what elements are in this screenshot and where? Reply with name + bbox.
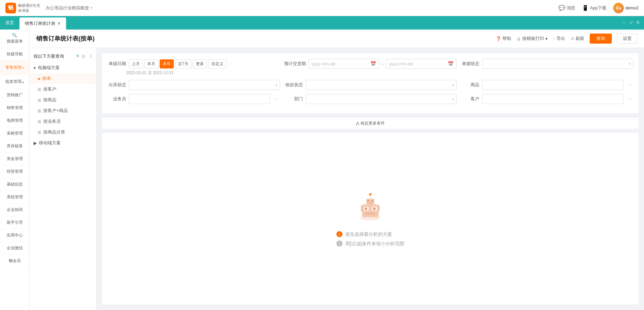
scheme-item-by-product[interactable]: ⊞ 按商品 (30, 95, 96, 105)
scheme-by-salesperson-label: 按业务员 (43, 118, 61, 124)
app-download-button[interactable]: 📱 App下载 (582, 5, 606, 11)
search-label: 搜索菜单 (7, 39, 23, 44)
scheme-item-by-order[interactable]: ● 按单 (30, 73, 96, 84)
tab-close-icon[interactable]: ✕ (57, 21, 61, 26)
scheme-item-by-product-category[interactable]: ⊞ 按商品分类 (30, 127, 96, 138)
print-icon: 🖨 (517, 36, 521, 41)
filter-row-2: 出库状态 ▾ 收款状态 ▾ (107, 80, 633, 90)
header-right: 💬 消息 📱 App下载 Ea demo2 (558, 3, 639, 13)
salesperson-dots-icon[interactable]: ··· (273, 96, 280, 102)
customer-input[interactable] (482, 94, 623, 104)
tab-home[interactable]: 首页 (0, 16, 19, 30)
svg-point-11 (371, 200, 373, 202)
sidebar-app-center-label: 应用中心 (7, 232, 23, 238)
refresh-icon: ↺ (571, 36, 574, 41)
pc-section-label: 电脑端方案 (38, 65, 60, 71)
content-area: 销售订单统计表(按单) ❓ 帮助 🖨 按模板打印 ▾ ↑ 导出 ↺ 刷新 (30, 30, 644, 310)
message-button[interactable]: 💬 消息 (558, 5, 575, 11)
page-actions: ❓ 帮助 🖨 按模板打印 ▾ ↑ 导出 ↺ 刷新 查询 设置 (496, 34, 638, 48)
delivery-start-input[interactable]: yyyy-mm-dd 📅 (309, 59, 379, 69)
inner-layout: 按以下方案查询 + ⊙ 《 ▾ 电脑端方案 ● 按单 (30, 48, 644, 310)
date-range-display: 2023-01-01 至 2023-12-31 (126, 70, 633, 76)
sidebar-item-marketing[interactable]: 营销推广 (0, 89, 29, 102)
date-btn-this-year[interactable]: 本年 (160, 59, 174, 68)
svg-point-14 (369, 193, 372, 196)
refresh-label: 刷新 (576, 36, 584, 42)
sidebar-item-inventory[interactable]: 库存核算 (0, 140, 29, 153)
scheme-by-order-label: 按单 (42, 75, 51, 82)
scheme-by-salesperson-icon: ⊞ (38, 119, 41, 124)
sidebar-item-purchase-mgmt[interactable]: 采购管理 (0, 127, 29, 140)
scheme-by-order-icon: ● (38, 76, 40, 81)
scheme-settings-button[interactable]: ⊙ (82, 54, 86, 59)
pc-section-header[interactable]: ▾ 电脑端方案 (30, 62, 96, 73)
query-button[interactable]: 查询 (590, 34, 612, 44)
customer-dots-icon[interactable]: ··· (626, 96, 633, 102)
filter-cell-doc-status: 单据状态 ▾ (461, 59, 633, 69)
date-btn-this-month[interactable]: 本月 (144, 59, 158, 68)
sidebar-item-new-user-guide[interactable]: 新手引导 (0, 216, 29, 229)
delivery-end-input[interactable]: yyyy-mm-dd 📅 (386, 59, 457, 69)
export-button[interactable]: ↑ 导出 (553, 36, 566, 42)
logo-icon: 畅 (5, 3, 16, 13)
date-btn-custom[interactable]: 自定义 (208, 59, 226, 68)
tip-text-1: 请先选择要分析的方案 (345, 229, 392, 239)
sidebar-item-search[interactable]: 🔍 搜索菜单 (0, 30, 29, 48)
sidebar-item-enterprise-collab[interactable]: 企业协同 (0, 204, 29, 216)
settings-button[interactable]: 设置 (617, 34, 637, 44)
sidebar-item-member[interactable]: 畅会员 (0, 255, 29, 267)
sidebar-item-basic-info[interactable]: 基础信息 (0, 178, 29, 191)
sidebar-item-enterprise-wechat[interactable]: 企业微信 (0, 242, 29, 255)
add-scheme-button[interactable]: + (76, 53, 79, 60)
app-download-label: App下载 (590, 5, 606, 11)
department-select[interactable] (306, 94, 457, 104)
sidebar-quick-nav-label: 快捷导航 (7, 51, 23, 57)
mobile-section-header[interactable]: ▶ 移动端方案 (30, 138, 96, 148)
user-area[interactable]: Ea demo2 (613, 3, 639, 13)
doc-status-label: 单据状态 (461, 61, 479, 67)
sidebar-item-quick-nav[interactable]: 快捷导航 (0, 48, 29, 61)
collapse-bar[interactable]: ⋀ 收起更多条件 (102, 117, 639, 129)
export-icon: ↑ (553, 36, 555, 41)
date-btn-last-7-days[interactable]: 近7天 (175, 59, 192, 68)
filter-cell-salesperson: 业务员 ··· (107, 94, 280, 104)
product-input[interactable] (482, 80, 623, 90)
breadcrumb-selector[interactable]: 办公用品行业模拟账套 ▾ (43, 4, 95, 12)
payment-status-select[interactable] (306, 80, 457, 90)
date-filter-group: 上月 本月 本年 近7天 更多 自定义 (129, 59, 226, 68)
window-minimize-button[interactable]: － (622, 20, 627, 26)
tab-sales-order-stats-label: 销售订单统计表 (25, 20, 55, 27)
sidebar-item-system-mgmt[interactable]: 系统管理 (0, 191, 29, 204)
scheme-item-by-customer-product[interactable]: ⊞ 按客户+商品 (30, 105, 96, 116)
sidebar-item-operations-mgmt[interactable]: 经营管理 (0, 165, 29, 178)
sidebar-item-ecommerce-mgmt[interactable]: 电商管理 (0, 114, 29, 127)
date-btn-prev-month[interactable]: 上月 (129, 59, 143, 68)
salesperson-input[interactable] (129, 94, 270, 104)
date-btn-more[interactable]: 更多 (193, 59, 207, 68)
export-label: 导出 (556, 36, 565, 42)
refresh-button[interactable]: ↺ 刷新 (571, 36, 584, 42)
sidebar-item-retail-mgmt[interactable]: 零售管理 ▾ (0, 61, 29, 75)
template-print-label: 按模板打印 (522, 36, 544, 42)
scheme-item-by-salesperson[interactable]: ⊞ 按业务员 (30, 116, 96, 127)
window-maximize-button[interactable]: ⤢ (629, 20, 633, 26)
scheme-item-by-customer[interactable]: ⊞ 按客户 (30, 84, 96, 95)
doc-status-select[interactable] (482, 59, 633, 69)
sidebar-item-finance-mgmt[interactable]: 资金管理 (0, 153, 29, 165)
delivery-start-placeholder: yyyy-mm-dd (312, 61, 369, 66)
shipping-status-label: 出库状态 (107, 82, 126, 88)
panel-collapse-button[interactable]: 《 (88, 53, 92, 59)
sidebar-item-sales-mgmt[interactable]: 销售管理 (0, 102, 29, 114)
sidebar-item-wholesale-mgmt[interactable]: 批发管理 ▴ (0, 75, 29, 89)
product-dots-icon[interactable]: ··· (626, 82, 633, 88)
panel-header: 按以下方案查询 + ⊙ 《 (30, 51, 96, 62)
svg-rect-9 (366, 199, 374, 205)
help-button[interactable]: ❓ 帮助 (496, 36, 511, 42)
product-label: 商品 (461, 82, 479, 88)
shipping-status-select[interactable] (129, 80, 280, 90)
window-close-button[interactable]: ✕ (636, 20, 640, 26)
sidebar-wholesale-mgmt-label: 批发管理 (5, 79, 21, 85)
template-print-button[interactable]: 🖨 按模板打印 ▾ (517, 36, 548, 42)
tab-sales-order-stats[interactable]: 销售订单统计表 ✕ (19, 17, 66, 30)
sidebar-item-app-center[interactable]: 应用中心 (0, 229, 29, 242)
